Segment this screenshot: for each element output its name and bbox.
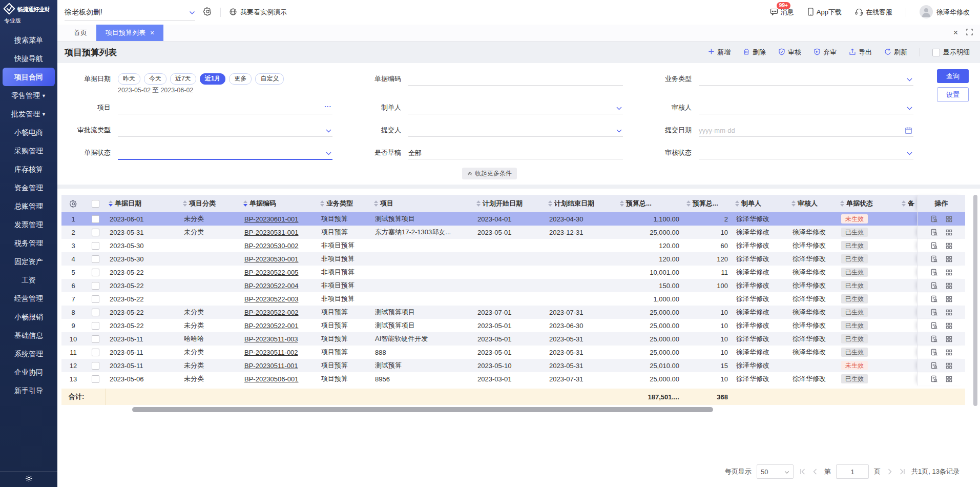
document-code-link[interactable]: BP-20230530-001 — [244, 255, 299, 263]
row-checkbox[interactable] — [92, 375, 99, 383]
document-code-link[interactable]: BP-20230601-001 — [244, 215, 299, 223]
related-docs-icon[interactable] — [946, 256, 952, 262]
view-detail-icon[interactable] — [930, 229, 938, 236]
related-docs-icon[interactable] — [946, 309, 952, 316]
sort-icon[interactable] — [109, 200, 113, 207]
row-checkbox[interactable] — [92, 295, 99, 303]
document-code-link[interactable]: BP-20230531-001 — [244, 229, 299, 236]
filter-select-control[interactable] — [699, 147, 913, 159]
toolbar-action-2[interactable]: 审核 — [778, 48, 801, 57]
row-checkbox[interactable] — [92, 242, 99, 250]
filter-select-control[interactable] — [699, 73, 913, 86]
related-docs-icon[interactable] — [946, 336, 952, 342]
related-docs-icon[interactable] — [946, 242, 952, 249]
sort-icon[interactable] — [840, 200, 844, 207]
sidebar-item-8[interactable]: 资金管理 — [0, 178, 57, 197]
page-input[interactable]: 1 — [836, 464, 869, 479]
column-header-13[interactable]: 操作 — [917, 195, 965, 212]
row-checkbox[interactable] — [92, 282, 99, 290]
sort-icon[interactable] — [374, 200, 378, 207]
sidebar-item-13[interactable]: 工资 — [0, 271, 57, 289]
horizontal-scrollbar[interactable] — [61, 407, 965, 412]
ellipsis-icon[interactable]: ... — [324, 101, 331, 109]
document-code-link[interactable]: BP-20230522-004 — [244, 282, 299, 290]
column-header-12[interactable]: 备 — [899, 195, 917, 212]
filter-select-control[interactable] — [699, 102, 913, 114]
sort-icon[interactable] — [686, 200, 691, 207]
sidebar-item-16[interactable]: 基础信息 — [0, 326, 57, 344]
sidebar-item-12[interactable]: 固定资产 — [0, 252, 57, 271]
toolbar-action-5[interactable]: 刷新 — [884, 48, 907, 57]
table-row[interactable]: 12023-06-01未分类BP-20230601-001项目预算测试预算项目2… — [61, 212, 965, 226]
sidebar-item-5[interactable]: 小畅电商 — [0, 123, 57, 141]
column-settings-gear[interactable] — [61, 195, 85, 212]
fullscreen-icon[interactable] — [966, 29, 973, 37]
sidebar-item-19[interactable]: 新手引导 — [0, 381, 57, 400]
table-row[interactable]: 52023-05-22BP-20230522-005非项目预算10,001.00… — [61, 266, 965, 279]
date-pill[interactable]: 近7天 — [170, 73, 196, 85]
search-button[interactable]: 查询 — [937, 69, 969, 83]
sidebar-item-3[interactable]: 零售管理▼ — [0, 86, 57, 105]
tab-1[interactable]: 项目预算列表× — [96, 25, 163, 41]
column-header-5[interactable]: 计划开始日期 — [473, 195, 545, 212]
sidebar-item-6[interactable]: 采购管理 — [0, 141, 57, 160]
online-service-button[interactable]: 在线客服 — [855, 8, 892, 17]
sidebar-item-10[interactable]: 发票管理 — [0, 215, 57, 234]
sidebar-item-15[interactable]: 小畅报销 — [0, 308, 57, 326]
related-docs-icon[interactable] — [946, 229, 952, 236]
filter-select-control[interactable] — [118, 147, 332, 160]
sidebar-item-0[interactable]: 搜索菜单 — [0, 31, 57, 49]
column-header-9[interactable]: 制单人 — [732, 195, 788, 212]
view-detail-icon[interactable] — [930, 349, 938, 356]
filter-input-control[interactable] — [408, 73, 623, 86]
filter-picker-control[interactable]: ... — [118, 102, 332, 114]
select-all-checkbox[interactable] — [85, 195, 106, 212]
sidebar-item-1[interactable]: 快捷导航 — [0, 49, 57, 68]
date-pill[interactable]: 更多 — [229, 73, 252, 85]
sidebar-item-14[interactable]: 经营管理 — [0, 289, 57, 308]
view-detail-icon[interactable] — [930, 322, 938, 330]
calendar-icon[interactable] — [905, 127, 912, 136]
view-detail-icon[interactable] — [930, 215, 938, 223]
column-header-1[interactable]: 项目分类 — [180, 195, 240, 212]
view-detail-icon[interactable] — [930, 295, 938, 303]
row-checkbox[interactable] — [92, 335, 99, 343]
document-code-link[interactable]: BP-20230522-003 — [244, 295, 299, 303]
sidebar-item-2[interactable]: 项目合同 — [3, 68, 55, 86]
view-detail-icon[interactable] — [930, 309, 938, 316]
app-download-button[interactable]: App下载 — [807, 8, 842, 17]
row-checkbox[interactable] — [92, 255, 99, 263]
sidebar-item-4[interactable]: 批发管理▼ — [0, 105, 57, 123]
company-selector[interactable]: 徐老板勿删! — [65, 5, 195, 21]
column-header-8[interactable]: 预算总... — [683, 195, 732, 212]
table-row[interactable]: 112023-05-11未分类BP-20230511-002项目预算888202… — [61, 346, 965, 359]
row-checkbox[interactable] — [92, 322, 99, 330]
user-menu[interactable]: 徐泽华修改 — [920, 5, 970, 20]
column-header-11[interactable]: 单据状态 — [837, 195, 899, 212]
toolbar-action-1[interactable]: 删除 — [743, 48, 766, 57]
date-pill[interactable]: 近1月 — [200, 73, 226, 85]
date-pill[interactable]: 自定义 — [255, 73, 284, 85]
column-header-6[interactable]: 计划结束日期 — [545, 195, 617, 212]
column-header-0[interactable]: 单据日期 — [106, 195, 180, 212]
filter-select-control[interactable] — [408, 125, 623, 137]
related-docs-icon[interactable] — [946, 216, 952, 222]
collapse-conditions-button[interactable]: 收起更多条件 — [462, 168, 517, 179]
sidebar-item-9[interactable]: 总账管理 — [0, 197, 57, 215]
sort-icon[interactable] — [548, 200, 552, 207]
related-docs-icon[interactable] — [946, 282, 952, 289]
next-page-button[interactable] — [886, 468, 893, 475]
sort-icon[interactable] — [620, 200, 624, 207]
messages-button[interactable]: 99+ 消息 — [770, 8, 794, 17]
first-page-button[interactable] — [799, 468, 806, 475]
table-row[interactable]: 72023-05-22BP-20230522-003非项目预算1,000.00徐… — [61, 292, 965, 306]
sort-icon[interactable] — [902, 200, 906, 207]
toolbar-action-0[interactable]: 新增 — [708, 48, 731, 57]
column-header-10[interactable]: 审核人 — [788, 195, 837, 212]
sort-icon[interactable] — [735, 200, 739, 207]
show-detail-toggle[interactable]: 显示明细 — [932, 48, 970, 57]
sort-icon[interactable] — [320, 200, 324, 207]
sort-icon[interactable] — [791, 200, 796, 207]
filter-select-control[interactable] — [118, 125, 332, 137]
view-detail-icon[interactable] — [930, 282, 938, 290]
